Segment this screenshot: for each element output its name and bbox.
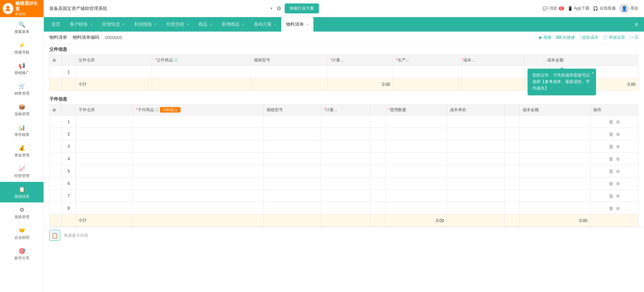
ctr2-spec[interactable] (263, 128, 321, 140)
ctr1-qty[interactable] (385, 116, 447, 128)
ctr3-spec[interactable] (263, 140, 321, 153)
ctr7-measure[interactable] (321, 190, 370, 202)
ctr6-measure[interactable] (321, 177, 370, 190)
ctr3-unit-cost[interactable] (447, 140, 505, 153)
system-dropdown-arrow[interactable]: ▼ (270, 7, 273, 10)
tab-home[interactable]: 首页 (47, 17, 65, 32)
tab-history-close[interactable]: × (187, 23, 189, 26)
ctr8-warehouse[interactable] (76, 202, 133, 214)
ctr6-warehouse[interactable] (76, 177, 133, 190)
ctr7-spec[interactable] (263, 190, 321, 202)
ctr5-goods[interactable] (133, 165, 263, 177)
ctr4-qty[interactable] (385, 153, 447, 165)
tab-customer[interactable]: 客户联络 × (65, 17, 97, 32)
ctr8-unit-cost[interactable] (447, 202, 505, 214)
ctr3-warehouse[interactable] (76, 140, 133, 153)
ctr5-measure[interactable] (321, 165, 370, 177)
ctr7-warehouse[interactable] (76, 190, 133, 202)
nav-menu[interactable]: ☰ (635, 35, 639, 40)
tab-barcode[interactable]: 条码方案 × (249, 17, 281, 32)
tab-new-goods-close[interactable]: × (242, 23, 244, 26)
tab-profit-close[interactable]: × (155, 23, 157, 26)
ctr4-delete[interactable]: 🗑 (609, 156, 614, 162)
single-settings-action[interactable]: 📄 单据设置 (603, 35, 625, 40)
ctr3-measure[interactable] (321, 140, 370, 153)
ctr5-unit-cost[interactable] (447, 165, 505, 177)
sidebar-item-sales[interactable]: 🛒 销售管理 (0, 79, 44, 100)
ctr2-goods[interactable] (133, 128, 263, 140)
sidebar-item-inventory[interactable]: 📊 库存核算 (0, 120, 44, 141)
tooltip-close[interactable]: × (592, 70, 594, 77)
ctr1-delete[interactable]: 🗑 (609, 119, 614, 125)
nav-prev[interactable]: ‹ (629, 35, 631, 40)
ctr7-delete[interactable]: 🗑 (609, 193, 614, 199)
ctr8-delete[interactable]: 🗑 (609, 206, 614, 211)
tab-new-goods[interactable]: 新增商品 × (217, 17, 249, 32)
sidebar-item-search[interactable]: 🔍 搜索菜单 (0, 17, 44, 38)
tab-bom-close[interactable]: × (307, 23, 309, 26)
parent-row-1-spec[interactable] (251, 66, 327, 78)
ctr1-unit-cost[interactable] (447, 116, 505, 128)
ctr1-warehouse[interactable] (76, 116, 133, 128)
ctr7-qty[interactable] (385, 190, 447, 202)
ctr2-delete[interactable]: 🗑 (609, 131, 614, 137)
ctr8-spec[interactable] (263, 202, 321, 214)
ctr5-spec[interactable] (263, 165, 321, 177)
ctr8-qty[interactable] (385, 202, 447, 214)
sub-tab-bom[interactable]: 物料清单 (49, 34, 67, 40)
ctr4-warehouse[interactable] (76, 153, 133, 165)
ctr3-copy[interactable]: ⊕ (616, 144, 620, 149)
ctr5-warehouse[interactable] (76, 165, 133, 177)
ctr2-qty[interactable] (385, 128, 447, 140)
ctr6-spec[interactable] (263, 177, 321, 190)
tab-bom[interactable]: 物料清单 × (281, 17, 313, 32)
nav-next[interactable]: › (632, 35, 633, 40)
settings-icon[interactable]: ⚙ (276, 5, 281, 12)
sidebar-item-operations[interactable]: 📈 经营管理 (0, 161, 44, 182)
user-menu[interactable]: 👤 用友 (619, 4, 639, 13)
ctr6-copy[interactable]: ⊕ (616, 181, 620, 186)
ctr2-unit-cost[interactable] (447, 128, 505, 140)
extract-cost-action[interactable]: ↑ 提取成本 (579, 35, 598, 40)
ctr4-copy[interactable]: ⊕ (616, 156, 620, 162)
app-download-button[interactable]: 📱 App下载 (568, 5, 590, 11)
view-action[interactable]: ▶ 视频 (539, 35, 552, 40)
ctr1-copy[interactable]: ⊕ (616, 119, 620, 125)
ctr6-goods[interactable] (133, 177, 263, 190)
ctr1-goods[interactable] (133, 116, 263, 128)
sub-tab-bom-code[interactable]: 物料清单编码 (73, 34, 99, 40)
ctr4-unit-cost[interactable] (447, 153, 505, 165)
scan-button[interactable]: 扫码录入 (160, 107, 181, 113)
tab-operations[interactable]: 经营情况 × (97, 17, 129, 32)
ctr5-qty[interactable] (385, 165, 447, 177)
ctr3-delete[interactable]: 🗑 (609, 144, 614, 149)
ctr8-goods[interactable] (133, 202, 263, 214)
sidebar-item-finance[interactable]: 💰 资金管理 (0, 141, 44, 161)
ctr7-goods[interactable] (133, 190, 263, 202)
parent-row-1-cost[interactable] (459, 66, 524, 78)
sidebar-item-collab[interactable]: 🤝 企业协同 (0, 223, 44, 244)
online-service-button[interactable]: 🎧 在线客服 (593, 5, 616, 11)
ctr7-unit-cost[interactable] (447, 190, 505, 202)
ctr7-copy[interactable]: ⊕ (616, 193, 620, 199)
parent-row-1-goods[interactable] (152, 66, 251, 78)
parent-row-1-warehouse[interactable] (76, 66, 152, 78)
ctr6-unit-cost[interactable] (447, 177, 505, 190)
close-all-tabs[interactable]: ✕ (631, 21, 641, 28)
ctr6-qty[interactable] (385, 177, 447, 190)
experience-button[interactable]: 体验行业方案 (285, 3, 319, 13)
ctr4-goods[interactable] (133, 153, 263, 165)
ctr2-warehouse[interactable] (76, 128, 133, 140)
sidebar-item-basics[interactable]: 📋 基础信息 (0, 182, 44, 202)
tab-goods-close[interactable]: × (210, 23, 212, 26)
message-button[interactable]: 💬 消息 6 (543, 5, 564, 11)
tab-customer-close[interactable]: × (90, 23, 92, 26)
ctr5-delete[interactable]: 🗑 (609, 168, 614, 174)
tab-profit[interactable]: 利润报告 × (129, 17, 162, 32)
ctr5-copy[interactable]: ⊕ (616, 168, 620, 174)
sidebar-item-marketing[interactable]: 📢 营销推广 (0, 58, 44, 79)
ctr6-delete[interactable]: 🗑 (609, 181, 614, 186)
shortcuts-action[interactable]: ⌨ 快捷键 (556, 35, 575, 40)
tab-barcode-close[interactable]: × (274, 23, 276, 26)
ctr3-goods[interactable] (133, 140, 263, 153)
